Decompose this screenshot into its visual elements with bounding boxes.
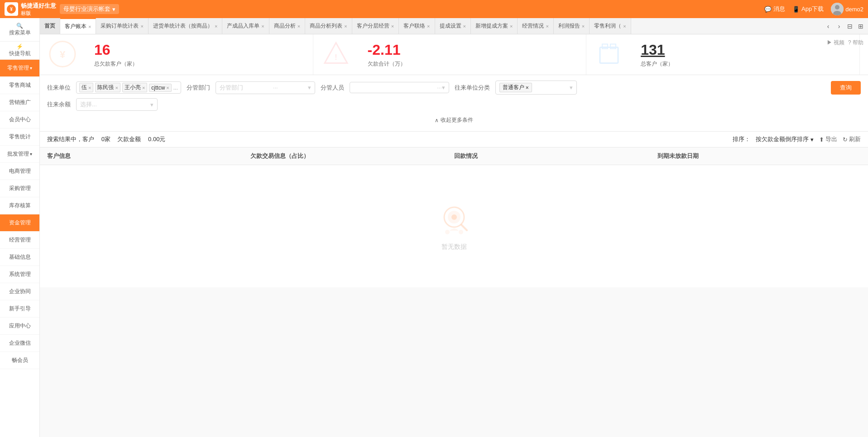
sidebar-item-operations-mgmt[interactable]: 经营管理 <box>0 232 39 249</box>
tab-profit-report[interactable]: 利润报告 × <box>554 18 590 34</box>
tab-instock-stats-close[interactable]: × <box>215 24 217 29</box>
sidebar-item-basic-info[interactable]: 基础信息 <box>0 249 39 266</box>
ecommerce-mgmt-label: 电商管理 <box>9 168 31 174</box>
unit-tag-chen-text: 陈民强 <box>97 84 114 91</box>
help-button[interactable]: ? 帮助 <box>848 39 863 47</box>
tab-retail-profit-label: 零售利润（ <box>594 22 621 30</box>
sidebar-item-finance-mgmt[interactable]: 资金管理 <box>0 214 39 232</box>
tab-retail-profit-close[interactable]: × <box>623 24 626 29</box>
tab-customer-contact-label: 客户联络 <box>403 22 425 30</box>
sidebar-item-retail-mall[interactable]: 零售商城 <box>0 77 39 94</box>
dept-filter-select[interactable]: 分管部门 ··· ▾ <box>216 81 315 94</box>
export-button[interactable]: ⬆ 导出 <box>819 135 837 143</box>
refresh-button[interactable]: ↻ 刷新 <box>843 135 861 143</box>
tab-goods-analysis-list-close[interactable]: × <box>344 24 347 29</box>
tab-add-raise-label: 新增提成方案 <box>475 22 508 30</box>
sidebar-item-wholesale-mgmt[interactable]: 批发管理 ▾ <box>0 146 39 163</box>
tab-add-raise-close[interactable]: × <box>510 24 513 29</box>
tab-raise-settings-close[interactable]: × <box>463 24 466 29</box>
total-clients-label: 总客户（家） <box>641 60 673 68</box>
tab-profit-report-close[interactable]: × <box>582 24 585 29</box>
export-label: 导出 <box>825 135 837 143</box>
sidebar-item-search-menu[interactable]: 🔍 搜索菜单 <box>0 18 39 42</box>
tab-raise-settings[interactable]: 提成设置 × <box>435 18 471 34</box>
unit-tag-chen-remove[interactable]: × <box>115 85 118 90</box>
unit-tag-wu-remove[interactable]: × <box>88 85 91 90</box>
tab-expand-button[interactable]: ⊞ <box>856 22 865 31</box>
tab-add-raise[interactable]: 新增提成方案 × <box>471 18 518 34</box>
tab-goods-analysis-list[interactable]: 商品分析列表 × <box>305 18 352 34</box>
tab-operations-close[interactable]: × <box>546 24 548 29</box>
tab-customer-segment-label: 客户分层经营 <box>357 22 389 30</box>
unit-tag-wang-remove[interactable]: × <box>142 85 145 90</box>
sidebar-item-ecommerce-mgmt[interactable]: 电商管理 <box>0 163 39 180</box>
question-icon: ? <box>848 39 853 46</box>
sidebar-item-vip-member[interactable]: 畅会员 <box>0 352 39 369</box>
tab-retail-profit[interactable]: 零售利润（ × <box>590 18 631 34</box>
tab-customer-segment-close[interactable]: × <box>391 24 394 29</box>
balance-filter-label: 往来余额 <box>47 100 71 109</box>
purchase-mgmt-label: 采购管理 <box>9 185 31 191</box>
tab-customer-contact-close[interactable]: × <box>427 24 430 29</box>
category-tag-remove[interactable]: × <box>526 85 529 91</box>
tab-customer-segment[interactable]: 客户分层经营 × <box>352 18 399 34</box>
sidebar-item-system-mgmt[interactable]: 系统管理 <box>0 266 39 283</box>
system-mgmt-label: 系统管理 <box>9 271 31 277</box>
category-filter-select[interactable]: 普通客户 × ▾ <box>495 81 577 95</box>
sidebar-item-enterprise-wechat[interactable]: 企业微信 <box>0 335 39 352</box>
col-header-repayment: 回款情况 <box>454 152 657 160</box>
tab-purchase-order-close[interactable]: × <box>140 24 143 29</box>
tab-customer-contact[interactable]: 客户联络 × <box>399 18 435 34</box>
tab-purchase-order[interactable]: 采购订单统计表 × <box>96 18 148 34</box>
store-selector[interactable]: 母婴行业演示帐套 ▾ <box>60 4 119 14</box>
person-filter-select[interactable]: ··· ▾ <box>350 82 449 93</box>
sidebar-item-new-user-guide[interactable]: 新手引导 <box>0 300 39 318</box>
person-filter-label: 分管人员 <box>321 84 344 92</box>
sort-select[interactable]: 按欠款金额倒序排序 ▾ <box>756 135 814 143</box>
sidebar-item-member-center[interactable]: 会员中心 <box>0 111 39 128</box>
result-actions: 排序： 按欠款金额倒序排序 ▾ ⬆ 导出 ↻ 刷新 <box>733 135 861 143</box>
sidebar-item-app-center[interactable]: 应用中心 <box>0 318 39 335</box>
sidebar-quick-nav-label: 快捷导航 <box>4 50 36 57</box>
sidebar-item-retail-mgmt[interactable]: 零售管理 ▾ <box>0 60 39 77</box>
user-profile-button[interactable]: demo2 <box>831 3 863 15</box>
tab-scroll-right-button[interactable]: › <box>834 22 844 31</box>
sidebar-item-purchase-mgmt[interactable]: 采购管理 <box>0 180 39 197</box>
wholesale-mgmt-label: 批发管理 <box>7 150 29 158</box>
sort-value-label: 按欠款金额倒序排序 <box>756 135 809 143</box>
tab-customer-account-close[interactable]: × <box>88 24 91 29</box>
chevron-down-icon: ▾ <box>112 6 115 13</box>
customer-count: 0家 <box>101 136 110 142</box>
tab-scroll-left-button[interactable]: ‹ <box>824 22 833 31</box>
tab-product-instock[interactable]: 产成品入库单 × <box>222 18 269 34</box>
tab-operations-label: 经营情况 <box>522 22 544 30</box>
unit-tag-cjttcw-remove[interactable]: × <box>166 85 169 90</box>
result-info: 搜索结果中，客户 0家 欠款金额 0.00元 <box>47 135 171 143</box>
tab-goods-analysis-close[interactable]: × <box>297 24 300 29</box>
unit-tag-cjttcw: cjttcw × <box>149 84 171 92</box>
collapse-filter-button[interactable]: ∧ 收起更多条件 <box>435 114 473 126</box>
query-button[interactable]: 查询 <box>831 81 861 95</box>
balance-filter-select[interactable]: 选择... ▾ <box>76 98 158 111</box>
sidebar-item-inventory[interactable]: 库存核算 <box>0 197 39 214</box>
tab-bar-controls: ‹ › ⊟ ⊞ <box>821 22 868 31</box>
tab-minimize-button[interactable]: ⊟ <box>845 22 854 31</box>
sidebar: 🔍 搜索菜单 ⚡ 快捷导航 零售管理 ▾ 零售商城 营销推广 会员中心 <box>0 18 40 437</box>
app-download-button[interactable]: 📱 App下载 <box>792 5 824 13</box>
tab-customer-account[interactable]: 客户账本 × <box>60 18 96 34</box>
unit-filter-more[interactable]: ... <box>173 85 178 91</box>
sidebar-item-retail-stats[interactable]: 零售统计 <box>0 128 39 146</box>
tab-home[interactable]: 首页 <box>40 18 60 34</box>
logo-area: ¥ 畅捷通好生意 标版 <box>5 2 56 17</box>
tab-operations[interactable]: 经营情况 × <box>518 18 553 34</box>
tab-product-instock-close[interactable]: × <box>261 24 264 29</box>
sidebar-item-marketing[interactable]: 营销推广 <box>0 94 39 111</box>
chevron-down-icon-dept: ▾ <box>308 84 311 91</box>
sidebar-item-enterprise-coop[interactable]: 企业协同 <box>0 283 39 300</box>
total-debt-label: 欠款合计（万） <box>368 60 406 68</box>
tab-goods-analysis[interactable]: 商品分析 × <box>269 18 305 34</box>
sidebar-item-quick-nav[interactable]: ⚡ 快捷导航 <box>0 42 39 60</box>
video-help-button[interactable]: ▶ 视频 <box>827 39 844 47</box>
tab-instock-stats[interactable]: 进货单统计表（按商品） × <box>149 18 222 34</box>
messages-button[interactable]: 💬 消息 <box>764 5 785 13</box>
